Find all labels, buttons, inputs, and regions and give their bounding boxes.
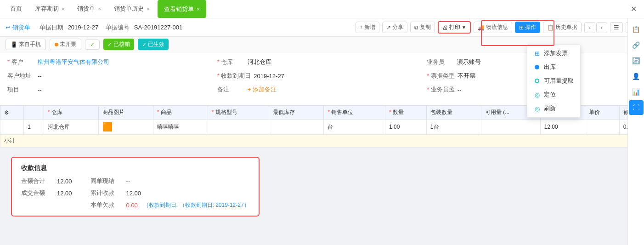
new-button[interactable]: + 新增 bbox=[356, 22, 379, 33]
sidebar-doc-icon[interactable]: 📋 bbox=[629, 22, 644, 37]
checkmark-button[interactable]: ✓ bbox=[85, 40, 100, 50]
check-icon: ✓ bbox=[90, 41, 95, 48]
project-label: 项目 bbox=[7, 85, 35, 94]
print-dropdown-arrow: ▼ bbox=[462, 25, 466, 30]
refresh-icon: ◎ bbox=[534, 105, 540, 112]
staff-label: 业务员 bbox=[427, 58, 454, 66]
doc-meta: 单据日期 2019-12-27 单据编号 SA-20191227-001 bbox=[40, 23, 182, 32]
row-currentstock: 12.00 bbox=[540, 120, 585, 135]
print-button[interactable]: 🖨 打印 ▼ bbox=[438, 21, 471, 34]
row-available bbox=[481, 120, 540, 135]
subtotal-row: 小计 bbox=[0, 135, 644, 148]
share-icon: ↗ bbox=[386, 24, 391, 31]
already-effective-button[interactable]: ✓ 已生效 bbox=[138, 39, 169, 50]
tab-inventory[interactable]: 库存期初 × bbox=[28, 0, 71, 18]
nav-prev[interactable]: ‹ bbox=[584, 22, 595, 33]
view-list-button[interactable]: ☰ bbox=[610, 22, 623, 33]
menu-locate[interactable]: ◎ 定位 bbox=[527, 88, 580, 102]
cumulative-label: 累计收款 bbox=[90, 189, 123, 197]
print-icon: 🖨 bbox=[442, 24, 448, 31]
col-warehouse: * 仓库 bbox=[44, 106, 98, 120]
arrears-note: （收款到期日: （收款到期日: 2019-12-27） bbox=[143, 201, 249, 209]
doc-number-label: 单据编号 SA-20191227-001 bbox=[106, 23, 182, 32]
project-value: -- bbox=[38, 86, 42, 93]
sidebar-link-icon[interactable]: 🔗 bbox=[629, 38, 644, 52]
tab-home[interactable]: 首页 bbox=[4, 0, 28, 18]
row-img: 🟧 bbox=[98, 120, 153, 135]
sales-staff-label: 业务员孟 bbox=[427, 85, 455, 94]
project-field: 项目 -- bbox=[7, 85, 217, 94]
col-packqty: 包装数量 bbox=[426, 106, 481, 120]
col-img: 商品图片 bbox=[98, 106, 153, 120]
col-product: * 商品 bbox=[153, 106, 208, 120]
location-icon: ◎ bbox=[534, 91, 540, 98]
table-row: 1 河北仓库 🟧 嘻嘻嘻嘻 台 1.00 1台 12.00 0. bbox=[0, 120, 644, 135]
tab-sales-history[interactable]: 销货单历史 × bbox=[107, 0, 156, 18]
dropdown-menu: ⊞ 添加发票 出库 可用量提取 ◎ 定位 ◎ 刷新 bbox=[527, 44, 581, 118]
tab-view-sales-close[interactable]: × bbox=[197, 6, 199, 12]
sidebar-expand-icon[interactable]: ⛶ bbox=[629, 100, 644, 115]
customer-value[interactable]: 柳州粤港平安气体有限公司 bbox=[38, 58, 109, 66]
row-unitprice bbox=[585, 120, 619, 135]
tab-inventory-close[interactable]: × bbox=[62, 6, 64, 11]
effective-icon: ✓ bbox=[142, 41, 147, 48]
add-note-button[interactable]: + 添加备注 bbox=[248, 85, 277, 94]
warehouse-value: 河北仓库 bbox=[248, 58, 271, 66]
customer-addr-field: 客户地址 -- bbox=[7, 72, 217, 80]
doc-toolbar: ↩ 销货单 单据日期 2019-12-27 单据编号 SA-20191227-0… bbox=[0, 18, 644, 37]
row-warehouse: 河北仓库 bbox=[44, 120, 98, 135]
right-sidebar: 📋 🔗 🔄 👤 📊 ⛶ bbox=[627, 18, 644, 222]
phone-icon: 📱 bbox=[11, 41, 17, 48]
col-unitprice: 单价 bbox=[585, 106, 619, 120]
ticket-type-value: 不开票 bbox=[458, 72, 475, 80]
tab-sales-close[interactable]: × bbox=[98, 6, 101, 11]
tab-sales-history-close[interactable]: × bbox=[147, 6, 149, 11]
share-button[interactable]: ↗ 分享 bbox=[382, 22, 407, 33]
operations-icon: ⊞ bbox=[519, 24, 524, 31]
copy-button[interactable]: ⧉ 复制 bbox=[410, 22, 435, 33]
settings-icon: ⚙ bbox=[4, 109, 9, 116]
logistics-button[interactable]: 🚚 物流信息 bbox=[474, 22, 512, 33]
logistics-icon: 🚚 bbox=[478, 24, 485, 31]
menu-available-qty[interactable]: 可用量提取 bbox=[527, 74, 580, 88]
tab-sales[interactable]: 销货单 × bbox=[71, 0, 107, 18]
doc-type-label: ↩ 销货单 bbox=[6, 23, 30, 32]
transaction-amount-row: 成交金额 12.00 bbox=[21, 189, 72, 197]
sidebar-chart-icon[interactable]: 📊 bbox=[629, 85, 644, 99]
row-minstock bbox=[269, 120, 324, 135]
not-open-button[interactable]: 未开票 bbox=[50, 39, 81, 50]
col-salesunit: * 销售单位 bbox=[324, 106, 385, 120]
menu-outbound[interactable]: 出库 bbox=[527, 60, 580, 74]
warehouse-label: 仓库 bbox=[217, 58, 245, 66]
note-label: 备注 bbox=[217, 85, 245, 94]
payment-col-right: 同单现结 -- 累计收款 12.00 本单欠款 0.00 （收款到期日: （收款… bbox=[90, 177, 249, 209]
staff-value: 演示账号 bbox=[457, 58, 481, 66]
nav-next[interactable]: › bbox=[596, 22, 607, 33]
history-button[interactable]: 📋 历史单据 bbox=[543, 22, 582, 33]
subtotal-label: 小计 bbox=[0, 135, 644, 148]
tab-view-sales[interactable]: 查看销货单 × bbox=[158, 0, 206, 18]
row-spec bbox=[208, 120, 269, 135]
sales-staff-value: -- bbox=[458, 86, 462, 93]
col-settings[interactable]: ⚙ bbox=[0, 106, 24, 120]
menu-refresh[interactable]: ◎ 刷新 bbox=[527, 102, 580, 115]
col-minstock: 最低库存 bbox=[269, 106, 324, 120]
due-date-field: 收款到期日 2019-12-27 bbox=[217, 72, 427, 80]
customer-field: 客户 柳州粤港平安气体有限公司 bbox=[7, 58, 217, 66]
col-rownum bbox=[24, 106, 44, 120]
from-phone-button[interactable]: 📱 来自手机 bbox=[6, 39, 46, 50]
row-packqty: 1台 bbox=[426, 120, 481, 135]
sidebar-sync-icon[interactable]: 🔄 bbox=[629, 53, 644, 68]
operations-button[interactable]: ⊞ 操作 bbox=[515, 22, 540, 33]
tab-bar: 首页 库存期初 × 销货单 × 销货单历史 × 查看销货单 × ✕ bbox=[0, 0, 644, 18]
row-salesunit: 台 bbox=[324, 120, 385, 135]
same-order-label: 同单现结 bbox=[90, 177, 123, 185]
customer-addr-value: -- bbox=[38, 73, 42, 80]
total-amount-label: 金额合计 bbox=[21, 177, 53, 185]
menu-add-invoice[interactable]: ⊞ 添加发票 bbox=[527, 46, 580, 60]
sidebar-user-icon[interactable]: 👤 bbox=[629, 69, 644, 84]
due-date-label: 收款到期日 bbox=[217, 72, 251, 80]
already-cancelled-button[interactable]: ✓ 已核销 bbox=[103, 39, 134, 50]
window-close-button[interactable]: ✕ bbox=[627, 5, 640, 13]
row-delete[interactable] bbox=[0, 120, 24, 135]
